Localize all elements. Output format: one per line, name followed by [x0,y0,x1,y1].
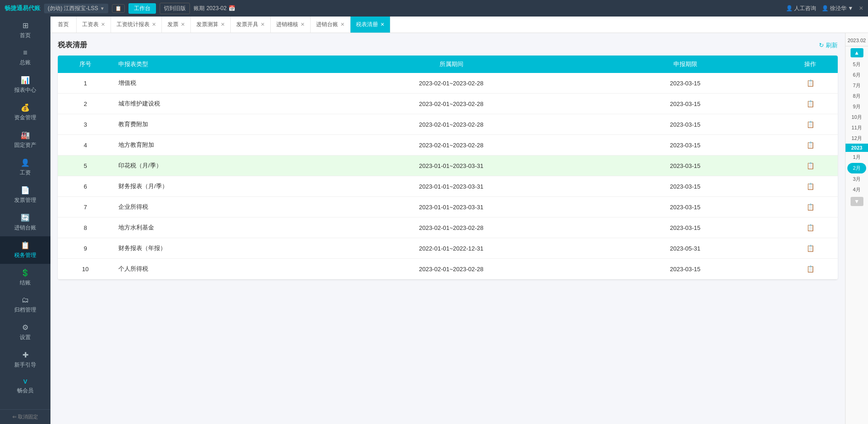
cell-period: 2023-02-01~2023-02-28 [315,94,588,114]
tax-icon: 📋 [21,241,30,250]
period-label: 账期 2023-02 📅 [194,5,235,12]
cell-type: 财务报表（月/季） [113,176,315,197]
action-icon[interactable]: 📋 [805,263,816,274]
tab-close-invoice-issue[interactable]: ✕ [261,22,265,27]
month-7[interactable]: 7月 [846,80,868,91]
main-layout: ⊞ 首页 ≡ 总账 📊 报表中心 💰 资金管理 🏭 固定资产 👤 工资 📄 发票… [0,17,868,424]
table-row: 1增值税2023-02-01~2023-02-282023-03-15📋 [58,73,838,94]
tab-close-tax-list[interactable]: ✕ [380,22,384,27]
month-6[interactable]: 6月 [846,70,868,80]
sidebar-item-settlement[interactable]: 💲 结账 [0,264,50,291]
cell-deadline: 2023-03-15 [588,259,783,279]
sidebar-item-guide[interactable]: ✚ 新手引导 [0,346,50,374]
month-5[interactable]: 5月 [846,59,868,70]
tab-home[interactable]: 首页 [50,17,77,33]
salary-icon: 👤 [21,158,30,167]
copy-button[interactable]: 📋 [112,4,125,13]
tab-tax-list[interactable]: 税表清册 ✕ [351,17,390,33]
tab-close-salary-stats[interactable]: ✕ [152,22,156,27]
tab-close-invoice-calc[interactable]: ✕ [221,22,225,27]
tab-salary-stats[interactable]: 工资统计报表 ✕ [111,17,162,33]
user-menu[interactable]: 👤 徐泾华 ▼ [822,5,853,12]
cell-deadline: 2023-03-15 [588,156,783,176]
sidebar-item-member[interactable]: V 畅会员 [0,374,50,399]
calendar-icon[interactable]: 📅 [228,5,235,11]
month-2-active[interactable]: 2月 [847,163,866,173]
cell-seq: 9 [58,238,113,259]
cell-period: 2022-01-01~2022-12-31 [315,238,588,259]
archive-icon: 🗂 [22,296,29,304]
tab-close-purchase-ledger[interactable]: ✕ [340,22,345,27]
cell-action: 📋 [783,114,838,135]
month-4[interactable]: 4月 [846,184,868,195]
action-icon[interactable]: 📋 [805,160,816,171]
month-9[interactable]: 9月 [846,101,868,112]
close-window-icon[interactable]: ✕ [859,5,863,11]
table-row: 4地方教育附加2023-02-01~2023-02-282023-03-15📋 [58,135,838,156]
action-icon[interactable]: 📋 [805,98,816,109]
company-selector[interactable]: (勿动) 江西报宝-LSS ▼ [44,4,108,13]
month-3[interactable]: 3月 [846,174,868,184]
cell-seq: 10 [58,259,113,279]
action-icon[interactable]: 📋 [805,201,816,212]
tab-close-salary-table[interactable]: ✕ [101,22,105,27]
action-icon[interactable]: 📋 [805,243,816,254]
sidebar-item-reports[interactable]: 📊 报表中心 [0,71,50,99]
cell-action: 📋 [783,218,838,238]
cell-deadline: 2023-05-31 [588,238,783,259]
month-10[interactable]: 10月 [846,112,868,123]
sidebar-item-invoice[interactable]: 📄 发票管理 [0,181,50,209]
tab-invoice-calc[interactable]: 发票测算 ✕ [191,17,231,33]
tab-invoice-issue[interactable]: 发票开具 ✕ [231,17,271,33]
cell-seq: 8 [58,218,113,238]
sidebar-item-archive[interactable]: 🗂 归档管理 [0,291,50,318]
sidebar-item-funds[interactable]: 💰 资金管理 [0,99,50,126]
sidebar-item-settings[interactable]: ⚙ 设置 [0,318,50,346]
switch-old-button[interactable]: 切到旧版 [160,3,190,14]
right-panel-down-button[interactable]: ▼ [851,197,863,206]
tab-close-invoice[interactable]: ✕ [181,22,185,27]
sidebar-item-fixed-assets[interactable]: 🏭 固定资产 [0,126,50,154]
sidebar-item-ledger[interactable]: ≡ 总账 [0,44,50,71]
cell-type: 地方水利基金 [113,218,315,238]
table-row: 5印花税（月/季）2023-01-01~2023-03-312023-03-15… [58,156,838,176]
workspace-button[interactable]: 工作台 [128,3,156,14]
right-panel-up-button[interactable]: ▲ [851,48,863,57]
month-12[interactable]: 12月 [846,133,868,144]
settings-icon: ⚙ [22,323,28,332]
action-icon[interactable]: 📋 [805,119,816,130]
cell-period: 2023-02-01~2023-02-28 [315,218,588,238]
cell-period: 2023-01-01~2023-03-31 [315,176,588,197]
refresh-button[interactable]: ↻ 刷新 [819,41,838,50]
sidebar-item-home[interactable]: ⊞ 首页 [0,17,50,44]
action-icon[interactable]: 📋 [805,181,816,192]
sidebar-item-label: 发票管理 [14,196,36,204]
guide-icon: ✚ [22,351,28,359]
tab-invoice[interactable]: 发票 ✕ [162,17,191,33]
action-icon[interactable]: 📋 [805,222,816,233]
tab-purchase-ledger[interactable]: 进销台账 ✕ [311,17,351,33]
sidebar-item-label: 报表中心 [14,86,36,94]
col-deadline: 申报期限 [588,56,783,73]
tab-salary-table[interactable]: 工资表 ✕ [77,17,111,33]
reports-icon: 📊 [21,76,30,84]
service-button[interactable]: 👤 人工咨询 [786,5,816,12]
month-11[interactable]: 11月 [846,123,868,133]
sidebar-item-purchase-sales[interactable]: 🔄 进销台账 [0,209,50,236]
tab-close-purchase-check[interactable]: ✕ [300,22,305,27]
unpin-button[interactable]: ⇐ 取消固定 [0,409,50,424]
month-1[interactable]: 1月 [846,152,868,162]
sidebar-item-salary[interactable]: 👤 工资 [0,154,50,181]
action-icon[interactable]: 📋 [805,78,816,89]
tab-bar: 首页 工资表 ✕ 工资统计报表 ✕ 发票 ✕ 发票测算 ✕ 发票开具 ✕ [50,17,868,33]
cell-type: 印花税（月/季） [113,156,315,176]
cell-action: 📋 [783,73,838,94]
sidebar-item-label: 归档管理 [14,306,36,314]
home-icon: ⊞ [22,21,28,30]
action-icon[interactable]: 📋 [805,139,816,151]
sidebar-item-tax[interactable]: 📋 税务管理 [0,236,50,264]
tab-purchase-check[interactable]: 进销稽核 ✕ [271,17,311,33]
month-8[interactable]: 8月 [846,91,868,101]
sidebar-item-label: 资金管理 [14,114,36,122]
cell-action: 📋 [783,135,838,156]
